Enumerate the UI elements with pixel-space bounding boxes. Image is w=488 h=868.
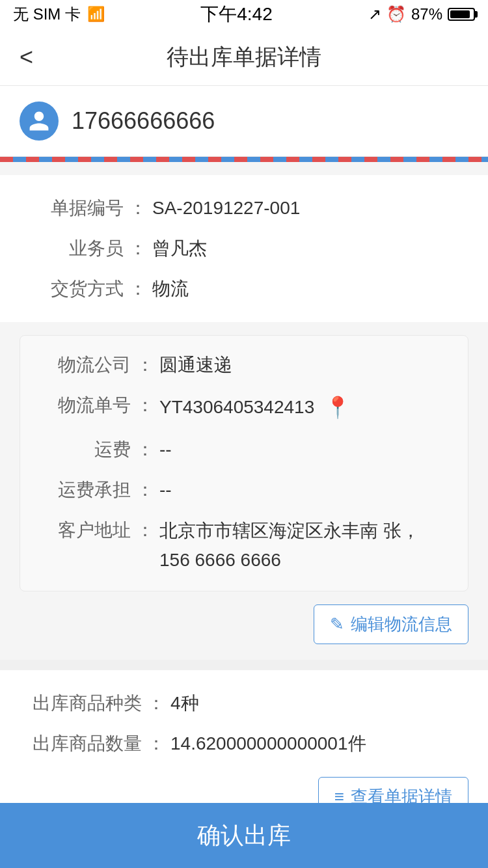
product-types-colon: ： [147,690,165,717]
customer-header: 17666666666 [0,86,488,157]
edit-btn-label: 编辑物流信息 [351,613,452,636]
page-title: 待出库单据详情 [167,42,321,72]
carrier-label: 无 SIM 卡 [13,4,81,25]
back-button[interactable]: < [20,44,33,71]
salesperson-label: 业务员 [33,235,124,262]
product-quantity-label: 出库商品数量 [33,730,142,757]
alarm-icon: ⏰ [386,5,406,23]
product-quantity-colon: ： [147,730,165,757]
address-label: 客户地址 [40,517,131,544]
customer-phone: 17666666666 [72,107,215,135]
salesperson-colon: ： [129,235,147,262]
freight-row: 运费 ： -- [40,436,448,463]
tracking-location-icon[interactable]: 📍 [325,392,351,423]
location-icon: ↗ [368,5,381,23]
avatar [20,102,59,141]
address-value: 北京市市辖区海淀区永丰南 张，156 6666 6666 [159,517,448,575]
edit-logistics-button[interactable]: ✎ 编辑物流信息 [314,604,468,644]
delivery-method-row: 交货方式 ： 物流 [33,275,455,303]
nav-bar: < 待出库单据详情 [0,29,488,86]
order-no-colon: ： [129,195,147,222]
status-right: ↗ ⏰ 87% [368,5,475,23]
tracking-no-label: 物流单号 [40,392,131,419]
freight-bearer-label: 运费承担 [40,476,131,504]
status-time: 下午4:42 [200,2,273,27]
salesperson-value: 曾凡杰 [152,235,455,262]
product-types-value: 4种 [170,690,455,717]
tracking-no-row: 物流单号 ： YT4306405342413 📍 [40,392,448,423]
confirm-button[interactable]: 确认出库 [0,803,488,868]
delivery-method-value: 物流 [152,275,455,303]
products-section: 出库商品种类 ： 4种 出库商品数量 ： 14.620000000000001件 [0,670,488,777]
delivery-method-colon: ： [129,275,147,303]
delivery-method-label: 交货方式 [33,275,124,303]
order-no-value: SA-20191227-001 [152,195,455,222]
freight-bearer-value: -- [159,476,448,504]
freight-label: 运费 [40,436,131,463]
battery-icon [448,8,475,21]
product-quantity-value: 14.620000000000001件 [170,730,455,757]
section-divider [0,660,488,670]
battery-percent: 87% [411,5,442,23]
salesperson-row: 业务员 ： 曾凡杰 [33,235,455,262]
logistics-company-label: 物流公司 [40,351,131,379]
logistics-section: 物流公司 ： 圆通速递 物流单号 ： YT4306405342413 📍 运费 … [20,335,468,591]
dashed-separator [0,157,488,162]
edit-btn-container: ✎ 编辑物流信息 [0,604,488,660]
tracking-no-value: YT4306405342413 📍 [159,392,448,423]
logistics-company-value: 圆通速递 [159,351,448,379]
status-bar: 无 SIM 卡 📶 下午4:42 ↗ ⏰ 87% [0,0,488,29]
freight-value: -- [159,436,448,463]
status-left: 无 SIM 卡 📶 [13,4,105,25]
freight-bearer-row: 运费承担 ： -- [40,476,448,504]
order-no-row: 单据编号 ： SA-20191227-001 [33,195,455,222]
product-types-label: 出库商品种类 [33,690,142,717]
user-icon [27,109,51,133]
address-row: 客户地址 ： 北京市市辖区海淀区永丰南 张，156 6666 6666 [40,517,448,575]
wifi-icon: 📶 [87,6,105,23]
order-no-label: 单据编号 [33,195,124,222]
logistics-company-row: 物流公司 ： 圆通速递 [40,351,448,379]
confirm-btn-label: 确认出库 [197,820,291,852]
product-quantity-row: 出库商品数量 ： 14.620000000000001件 [33,730,455,757]
edit-icon: ✎ [330,614,344,634]
product-types-row: 出库商品种类 ： 4种 [33,690,455,717]
order-info-section: 单据编号 ： SA-20191227-001 业务员 ： 曾凡杰 交货方式 ： … [0,175,488,322]
